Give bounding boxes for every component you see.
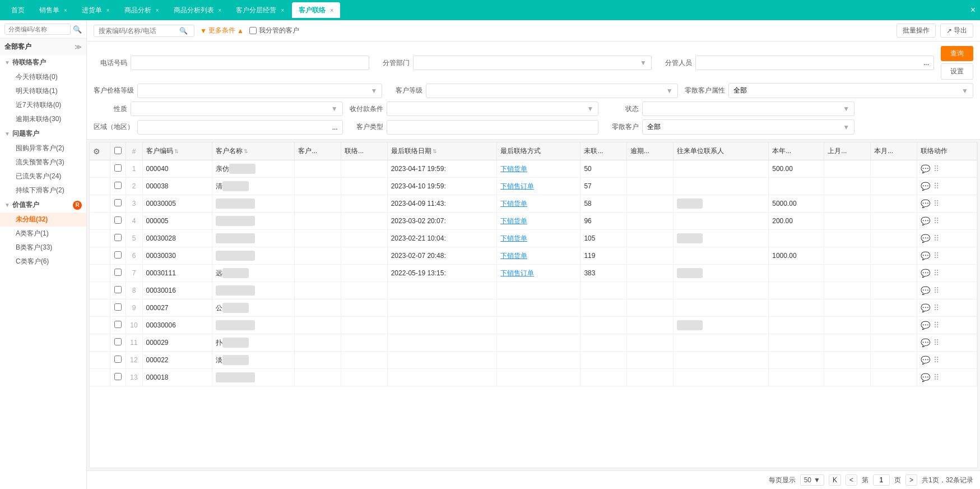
dept-input[interactable]: ▼ xyxy=(413,56,652,70)
last-method-link[interactable]: 下销货单 xyxy=(500,234,527,242)
level-input[interactable]: ▼ xyxy=(426,84,677,98)
last-method-link[interactable]: 下销货单 xyxy=(500,165,527,173)
sidebar-all-customers[interactable]: 全部客户 ≫ xyxy=(0,39,86,55)
first-page-button[interactable]: K xyxy=(829,474,841,486)
sidebar-search-input[interactable] xyxy=(4,24,71,35)
my-customers-checkbox[interactable] xyxy=(249,27,257,34)
row-checkbox[interactable] xyxy=(114,269,122,276)
nature-input[interactable]: ▼ xyxy=(131,102,343,116)
action-comment-icon[interactable]: 💬 xyxy=(921,338,930,347)
action-comment-icon[interactable]: 💬 xyxy=(921,356,930,365)
nav-tab-product-analysis-close[interactable]: × xyxy=(156,7,159,13)
action-comment-icon[interactable]: 💬 xyxy=(921,234,930,243)
cell-checkbox[interactable] xyxy=(110,195,126,213)
cell-checkbox[interactable] xyxy=(110,317,126,334)
filter-search-icon[interactable]: 🔍 xyxy=(179,27,188,35)
export-button[interactable]: ↗ 导出 xyxy=(940,24,973,38)
cell-checkbox[interactable] xyxy=(110,213,126,230)
prev-page-button[interactable]: < xyxy=(846,474,857,486)
action-comment-icon[interactable]: 💬 xyxy=(921,251,930,260)
row-checkbox[interactable] xyxy=(114,373,122,380)
status-input[interactable]: ▼ xyxy=(642,102,854,116)
filter-search-input[interactable] xyxy=(99,27,177,35)
retail-customer-input[interactable]: 全部 ▼ xyxy=(642,119,854,135)
reset-button[interactable]: 设置 xyxy=(941,63,973,80)
retail-attr-input[interactable]: 全部 ▼ xyxy=(728,83,973,98)
next-page-button[interactable]: > xyxy=(905,474,917,486)
sidebar-item-churn-warning[interactable]: 流失预警客户(3) xyxy=(0,155,86,169)
nav-tab-customer-contact[interactable]: 客户联络 × xyxy=(292,2,340,18)
gear-icon[interactable]: ⚙ xyxy=(93,147,100,156)
cell-checkbox[interactable] xyxy=(110,247,126,265)
nav-tab-purchase[interactable]: 进货单 × xyxy=(75,2,117,18)
action-comment-icon[interactable]: 💬 xyxy=(921,216,930,225)
filter-more-conditions[interactable]: ▼ 更多条件 ▲ xyxy=(200,26,244,35)
cell-checkbox[interactable] xyxy=(110,178,126,195)
nav-tab-sales[interactable]: 销售单 × xyxy=(32,2,74,18)
page-size-select[interactable]: 50 ▼ xyxy=(800,474,824,486)
col-last-date[interactable]: 最后联络日期⇅ xyxy=(387,142,496,160)
action-comment-icon[interactable]: 💬 xyxy=(921,286,930,295)
row-checkbox[interactable] xyxy=(114,182,122,189)
cell-checkbox[interactable] xyxy=(110,160,126,178)
action-comment-icon[interactable]: 💬 xyxy=(921,303,930,312)
sidebar-item-class-b[interactable]: B类客户(33) xyxy=(0,241,86,255)
row-checkbox[interactable] xyxy=(114,216,122,224)
cell-checkbox[interactable] xyxy=(110,369,126,386)
sidebar-item-class-a[interactable]: A类客户(1) xyxy=(0,227,86,241)
nav-tab-sales-close[interactable]: × xyxy=(64,7,67,13)
cell-checkbox[interactable] xyxy=(110,334,126,352)
close-all-tabs[interactable]: × xyxy=(970,5,976,15)
sidebar-item-overdue[interactable]: 逾期未联络(30) xyxy=(0,112,86,126)
action-grid-icon[interactable]: ⠿ xyxy=(933,303,939,312)
action-comment-icon[interactable]: 💬 xyxy=(921,269,930,278)
action-grid-icon[interactable]: ⠿ xyxy=(933,182,939,191)
row-checkbox[interactable] xyxy=(114,234,122,241)
col-customer-code[interactable]: 客户编码⇅ xyxy=(142,142,212,160)
sidebar-search-icon[interactable]: 🔍 xyxy=(73,25,82,34)
price-level-input[interactable]: ▼ xyxy=(137,84,382,98)
nav-tab-product-analysis[interactable]: 商品分析 × xyxy=(118,2,166,18)
action-grid-icon[interactable]: ⠿ xyxy=(933,199,939,208)
row-checkbox[interactable] xyxy=(114,199,122,206)
query-button[interactable]: 查询 xyxy=(941,46,973,61)
row-checkbox[interactable] xyxy=(114,164,122,172)
payment-input[interactable]: ▼ xyxy=(387,102,599,116)
action-grid-icon[interactable]: ⠿ xyxy=(933,356,939,365)
col-gear[interactable]: ⚙ xyxy=(90,142,110,160)
cell-checkbox[interactable] xyxy=(110,265,126,282)
action-grid-icon[interactable]: ⠿ xyxy=(933,321,939,330)
cell-checkbox[interactable] xyxy=(110,230,126,247)
filter-my-customers[interactable]: 我分管的客户 xyxy=(249,26,299,35)
row-checkbox[interactable] xyxy=(114,251,122,259)
sidebar-item-class-c[interactable]: C类客户(6) xyxy=(0,255,86,269)
row-checkbox[interactable] xyxy=(114,338,122,345)
nav-tab-product-list[interactable]: 商品分析列表 × xyxy=(167,2,229,18)
sidebar-item-today[interactable]: 今天待联络(0) xyxy=(0,70,86,84)
page-number-input[interactable] xyxy=(873,474,890,486)
nav-tab-home[interactable]: 首页 xyxy=(4,2,31,18)
nav-tab-customer-contact-close[interactable]: × xyxy=(330,7,333,13)
cell-checkbox[interactable] xyxy=(110,299,126,317)
last-method-link[interactable]: 下销货单 xyxy=(500,217,527,225)
row-checkbox[interactable] xyxy=(114,321,122,328)
action-grid-icon[interactable]: ⠿ xyxy=(933,251,939,260)
phone-input[interactable] xyxy=(131,56,369,70)
select-all-checkbox[interactable] xyxy=(114,147,122,154)
nav-tab-customer-tier-close[interactable]: × xyxy=(281,7,284,13)
sidebar-item-declining[interactable]: 持续下滑客户(2) xyxy=(0,183,86,197)
action-grid-icon[interactable]: ⠿ xyxy=(933,234,939,243)
action-grid-icon[interactable]: ⠿ xyxy=(933,216,939,225)
customer-type-input[interactable] xyxy=(387,120,599,135)
nav-tab-purchase-close[interactable]: × xyxy=(106,7,110,13)
sidebar-group-value[interactable]: ▼ 价值客户 R xyxy=(0,197,86,213)
last-method-link[interactable]: 下销售订单 xyxy=(500,182,534,190)
sidebar-item-churned[interactable]: 已流失客户(24) xyxy=(0,169,86,183)
manager-input[interactable]: ... xyxy=(695,56,934,70)
action-comment-icon[interactable]: 💬 xyxy=(921,373,930,382)
sidebar-item-ungroup[interactable]: 未分组(32) xyxy=(0,213,86,227)
action-comment-icon[interactable]: 💬 xyxy=(921,182,930,191)
action-grid-icon[interactable]: ⠿ xyxy=(933,164,939,173)
sidebar-item-7days[interactable]: 近7天待联络(0) xyxy=(0,98,86,112)
nav-tab-product-list-close[interactable]: × xyxy=(219,7,222,13)
